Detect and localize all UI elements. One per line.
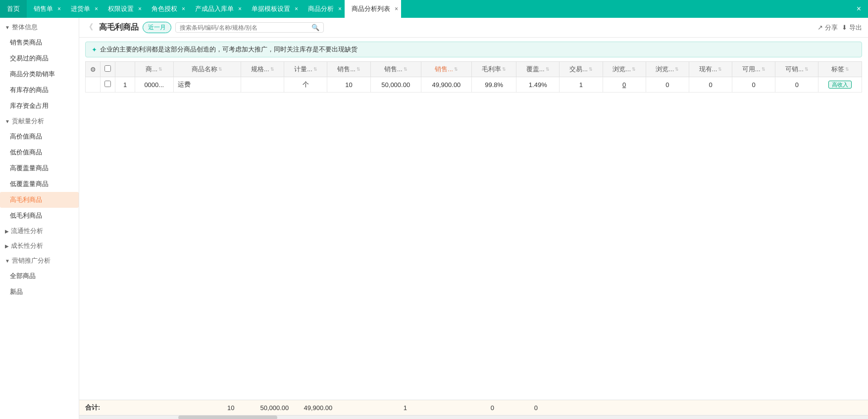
sidebar-item-low-value[interactable]: 低价值商品 (0, 144, 79, 160)
sort-icon-tag: ⇅ (845, 67, 849, 72)
page-title: 高毛利商品 (99, 22, 139, 33)
arrow-icon: ▼ (5, 25, 10, 30)
th-code[interactable]: 商... ⇅ (135, 62, 174, 77)
nav-close-template[interactable]: × (294, 4, 299, 13)
cell-sales-profit: 49,900.00 (421, 77, 471, 93)
export-button[interactable]: ⬇ 导出 (842, 23, 862, 32)
cell-settings (86, 77, 101, 93)
sidebar-item-new-goods[interactable]: 新品 (0, 284, 79, 300)
footer-sales-amount: 50,000.00 (255, 404, 294, 412)
nav-goods-analysis-list[interactable]: 商品分析列表 × (345, 0, 401, 18)
nav-product-inbound[interactable]: 产成品入库单 × (188, 0, 245, 18)
sidebar-group-contribution[interactable]: ▼ 贡献量分析 (0, 114, 79, 129)
nav-goods-analysis[interactable]: 商品分析 × (301, 0, 345, 18)
search-box: 🔍 (175, 22, 324, 33)
th-sales-amount[interactable]: 销售... ⇅ (370, 62, 421, 77)
nav-permission-settings[interactable]: 权限设置 × (101, 0, 145, 18)
search-input[interactable] (180, 24, 311, 31)
sidebar-item-in-stock[interactable]: 有库存的商品 (0, 82, 79, 98)
sidebar-group-growth[interactable]: ▶ 成长性分析 (0, 238, 79, 253)
sidebar-group-marketing[interactable]: ▼ 营销推广分析 (0, 253, 79, 268)
top-navigation: 首页 销售单 × 进货单 × 权限设置 × 角色授权 × 产成品入库单 × 单据… (0, 0, 868, 18)
info-banner: ✦ 企业的主要的利润都是这部分商品创造的，可考虑加大推广，同时关注库存是不要出现… (85, 42, 862, 57)
th-available1[interactable]: 现有... ⇅ (689, 62, 732, 77)
select-all-checkbox[interactable] (104, 65, 111, 72)
nav-close-sales[interactable]: × (56, 4, 62, 13)
sidebar-item-sales-goods[interactable]: 销售类商品 (0, 35, 79, 50)
nav-close-analysis-list[interactable]: × (394, 4, 399, 13)
th-saleable[interactable]: 可销... ⇅ (775, 62, 818, 77)
info-icon: ✦ (92, 46, 97, 53)
nav-close-analysis[interactable]: × (337, 4, 343, 13)
nav-role-auth[interactable]: 角色授权 × (145, 0, 188, 18)
sort-icon-sale: ⇅ (805, 67, 809, 72)
share-button[interactable]: ↗ 分享 (817, 23, 838, 32)
horizontal-scrollbar[interactable] (79, 415, 868, 419)
nav-sales-order[interactable]: 销售单 × (27, 0, 64, 18)
sidebar-item-category-rate[interactable]: 商品分类助销率 (0, 66, 79, 82)
nav-close-permission[interactable]: × (137, 4, 143, 13)
nav-close-role[interactable]: × (181, 4, 186, 13)
sidebar-item-high-coverage[interactable]: 高覆盖量商品 (0, 160, 79, 176)
th-name[interactable]: 商品名称 ⇅ (173, 62, 241, 77)
th-settings[interactable]: ⚙ (86, 62, 101, 77)
cell-seq: 1 (115, 77, 135, 93)
content-header: 《 高毛利商品 近一月 🔍 ↗ 分享 ⬇ 导出 (79, 18, 868, 38)
th-coverage[interactable]: 覆盖... ⇅ (516, 62, 560, 77)
cell-name: 运费 (173, 77, 241, 93)
arrow-icon-2: ▼ (5, 119, 10, 124)
nav-close-inbound[interactable]: × (237, 4, 243, 13)
nav-template-settings[interactable]: 单据模板设置 × (245, 0, 301, 18)
sidebar-item-traded-goods[interactable]: 交易过的商品 (0, 50, 79, 66)
cell-tag: 高收入 (818, 77, 862, 93)
th-available2[interactable]: 可用... ⇅ (732, 62, 775, 77)
cell-unit: 个 (284, 77, 327, 93)
th-unit[interactable]: 计量... ⇅ (284, 62, 327, 77)
th-browse1[interactable]: 浏览... ⇅ (603, 62, 646, 77)
sidebar-item-high-value[interactable]: 高价值商品 (0, 129, 79, 144)
sidebar: ▼ 整体信息 销售类商品 交易过的商品 商品分类助销率 有库存的商品 库存资金占… (0, 18, 79, 419)
nav-purchase-order[interactable]: 进货单 × (64, 0, 101, 18)
footer-sales-profit: 49,900.00 (298, 404, 338, 412)
sidebar-item-low-gross[interactable]: 低毛利商品 (0, 208, 79, 224)
sort-icon-coverage: ⇅ (546, 67, 550, 72)
sort-icon-trade: ⇅ (589, 67, 593, 72)
sort-icon-profit: ⇅ (454, 67, 458, 72)
sidebar-group-liquidity[interactable]: ▶ 流通性分析 (0, 224, 79, 238)
sort-icon-avail1: ⇅ (718, 67, 722, 72)
nav-home[interactable]: 首页 (0, 0, 27, 18)
th-sales-profit[interactable]: 销售... ⇅ (421, 62, 471, 77)
search-icon[interactable]: 🔍 (311, 24, 319, 31)
cell-trade: 1 (560, 77, 603, 93)
footer-sales-qty: 10 (211, 404, 251, 412)
settings-icon[interactable]: ⚙ (90, 66, 96, 73)
sort-icon-browse2: ⇅ (675, 67, 679, 72)
footer-available2: 0 (516, 404, 556, 412)
collapse-sidebar-button[interactable]: 《 (85, 22, 93, 33)
sidebar-item-low-coverage[interactable]: 低覆盖量商品 (0, 176, 79, 192)
th-tag[interactable]: 标签 ⇅ (818, 62, 862, 77)
th-gross-rate[interactable]: 毛利率 ⇅ (472, 62, 516, 77)
goods-table: ⚙ 商... ⇅ (85, 61, 862, 93)
sort-icon-browse1: ⇅ (632, 67, 636, 72)
window-close-button[interactable]: × (850, 0, 868, 18)
nav-close-purchase[interactable]: × (94, 4, 99, 13)
sidebar-group-overall[interactable]: ▼ 整体信息 (0, 20, 79, 35)
table-wrapper: ⚙ 商... ⇅ (85, 61, 862, 400)
cell-browse1[interactable]: 0 (603, 77, 646, 93)
th-trade[interactable]: 交易... ⇅ (560, 62, 603, 77)
sidebar-item-all-goods[interactable]: 全部商品 (0, 268, 79, 284)
sidebar-item-stock-capital[interactable]: 库存资金占用 (0, 98, 79, 114)
th-browse2[interactable]: 浏览... ⇅ (646, 62, 689, 77)
cell-checkbox[interactable] (101, 77, 115, 93)
th-sales-qty[interactable]: 销售... ⇅ (327, 62, 370, 77)
th-checkbox[interactable] (101, 62, 115, 77)
sort-icon: ⇅ (158, 67, 162, 72)
sort-icon-spec: ⇅ (270, 67, 274, 72)
scrollbar-thumb[interactable] (178, 416, 277, 419)
cell-saleable: 0 (775, 77, 818, 93)
th-spec[interactable]: 规格... ⇅ (241, 62, 284, 77)
filter-recent-month-button[interactable]: 近一月 (143, 22, 171, 33)
cell-coverage: 1.49% (516, 77, 560, 93)
sidebar-item-high-gross[interactable]: 高毛利商品 (0, 192, 79, 208)
